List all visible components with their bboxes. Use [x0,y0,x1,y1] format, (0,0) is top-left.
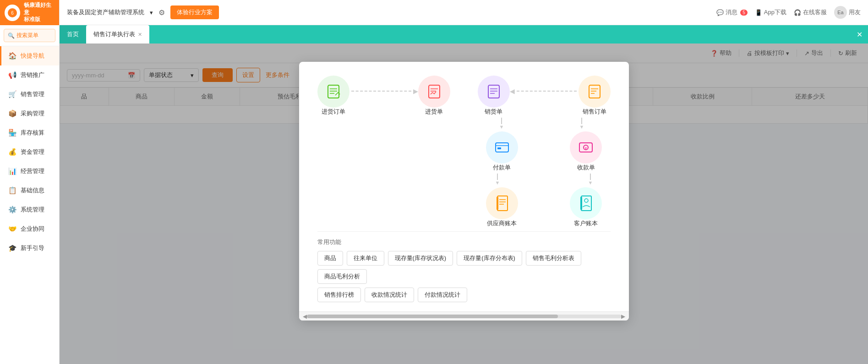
svg-rect-28 [581,196,591,211]
system-icon: ⚙️ [8,206,17,214]
online-service-button[interactable]: 🎧 在线客服 [794,8,827,16]
svg-text:6: 6 [11,11,14,16]
svg-text:¥: ¥ [584,146,587,150]
purchase-bill-label: 进货单 [425,108,443,116]
common-functions-title: 常用功能 [317,238,611,246]
purchase-order-label: 进货订单 [322,108,345,116]
sidebar-item-finance[interactable]: 💰 资金管理 [0,142,59,162]
app-download-button[interactable]: 📱 App下载 [755,8,786,16]
svg-rect-13 [589,85,600,98]
topbar-right: 💬 消息 5 📱 App下载 🎧 在线客服 Ea 用友 [716,6,861,19]
sidebar-logo: 6 畅康通好生意 标准版 [0,0,59,25]
svg-rect-24 [497,197,498,210]
system-dropdown[interactable]: ▾ [150,9,153,16]
sidebar-item-sales[interactable]: 🛒 销售管理 [0,85,59,104]
newbie-icon: 🎓 [8,244,17,252]
scrollbar-track[interactable] [307,315,621,318]
purchase-icon: 📦 [8,109,17,118]
sidebar: 6 畅康通好生意 标准版 🔍 搜索菜单 🏠 快捷导航 📢 营销推广 � [0,0,60,364]
scrollbar-thumb [307,315,558,318]
svg-rect-9 [488,85,499,98]
sales-order-label: 销售订单 [583,108,606,116]
marketing-icon: 📢 [8,71,17,79]
func-buttons-row-1: 商品 往来单位 现存量(库存状况表) 现存量(库存分布表) 销售毛利分析表 商品… [317,251,611,284]
search-icon: 🔍 [8,33,15,39]
sales-icon: 🛒 [8,90,17,98]
sidebar-item-quick-nav[interactable]: 🏠 快捷导航 [0,46,59,65]
payment-bill-icon [486,131,518,163]
svg-rect-6 [429,85,440,98]
customer-ledger-icon [570,187,602,219]
chevron-down-icon: ▾ [150,9,153,16]
avatar: Ea [834,6,847,19]
download-icon: 📱 [755,9,762,16]
func-btn-stock-dist[interactable]: 现存量(库存分布表) [457,251,522,266]
user-menu[interactable]: Ea 用友 [834,6,861,19]
supplier-ledger-label: 供应商账本 [487,219,517,228]
flow-top-section: 进货订单 ▶ [317,76,611,228]
func-btn-sales-profit[interactable]: 销售毛利分析表 [526,251,581,266]
sales-bill-label: 销货单 [485,108,502,116]
topbar: 装备及固定资产辅助管理系统 ▾ ⚙ 体验行业方案 💬 消息 5 📱 App下载 … [60,0,868,25]
finance-icon: 💰 [8,148,17,156]
tabbar-close-button[interactable]: ✕ [857,30,863,39]
sales-bill-icon [478,76,510,108]
logo-text: 畅康通好生意 标准版 [24,2,55,23]
home-icon: 🏠 [8,52,17,60]
sidebar-nav: 🏠 快捷导航 📢 营销推广 🛒 销售管理 📦 采购管理 🏪 库存核算 💰 [0,46,59,364]
func-btn-counterpart[interactable]: 往来单位 [347,251,384,266]
main-area: 装备及固定资产辅助管理系统 ▾ ⚙ 体验行业方案 💬 消息 5 📱 App下载 … [60,0,868,364]
supplier-ledger-icon [486,187,518,219]
system-title: 装备及固定资产辅助管理系统 [67,8,144,16]
modal-dialog: 进货订单 ▶ [299,62,629,321]
func-btn-receipt-stats[interactable]: 收款情况统计 [365,288,414,302]
svg-rect-23 [497,196,508,211]
logo-icon: 6 [5,5,20,21]
tab-home[interactable]: 首页 [60,25,86,43]
func-btn-product-profit[interactable]: 商品毛利分析 [317,269,367,284]
tab-close-icon[interactable]: ✕ [138,32,142,38]
scroll-right-icon[interactable]: ▶ [621,313,625,320]
svg-rect-29 [580,197,582,210]
receipt-bill-label: 收款单 [577,163,595,172]
tabbar: 首页 销售订单执行表 ✕ ✕ [60,25,868,43]
message-icon: 💬 [716,9,724,16]
tab-sales-order-exec[interactable]: 销售订单执行表 ✕ [86,25,149,43]
func-btn-sales-rank[interactable]: 销售排行榜 [317,288,361,302]
scroll-left-icon[interactable]: ◀ [303,313,307,320]
svg-point-30 [584,199,588,202]
sidebar-item-system[interactable]: ⚙️ 系统管理 [0,200,59,219]
service-icon: 🎧 [794,9,801,16]
sidebar-item-marketing[interactable]: 📢 营销推广 [0,65,59,85]
customer-ledger-label: 客户账本 [574,219,598,228]
content-area: ❓ 帮助 🖨 按模板打印 ▾ ↗ 导出 [60,43,868,364]
sidebar-item-enterprise[interactable]: 🤝 企业协同 [0,219,59,239]
sidebar-search-area: 🔍 搜索菜单 [0,25,59,46]
message-badge: 5 [740,10,748,16]
sidebar-item-inventory[interactable]: 🏪 库存核算 [0,123,59,142]
svg-rect-17 [496,143,508,152]
settings-icon[interactable]: ⚙ [158,8,165,17]
modal-overlay[interactable]: 进货订单 ▶ [60,43,868,364]
sidebar-item-purchase[interactable]: 📦 采购管理 [0,104,59,123]
purchase-order-icon [317,76,349,108]
svg-rect-2 [328,85,339,98]
sidebar-item-newbie[interactable]: 🎓 新手引导 [0,239,59,258]
sidebar-item-operations[interactable]: 📊 经营管理 [0,162,59,181]
message-button[interactable]: 💬 消息 5 [716,8,748,16]
receipt-bill-icon: ¥ [570,131,602,163]
common-functions-section: 常用功能 商品 往来单位 现存量(库存状况表) 现存量(库存分布表) 销售毛利分… [317,231,611,302]
func-btn-stock-status[interactable]: 现存量(库存状况表) [388,251,453,266]
sales-order-icon [579,76,611,108]
payment-bill-label: 付款单 [493,163,511,172]
experience-button[interactable]: 体验行业方案 [170,5,219,19]
sidebar-item-basic-info[interactable]: 📋 基础信息 [0,181,59,200]
svg-rect-19 [497,147,501,149]
operations-icon: 📊 [8,167,17,175]
inventory-icon: 🏪 [8,129,17,137]
func-btn-payment-stats[interactable]: 付款情况统计 [418,288,467,302]
modal-scrollbar: ◀ ▶ [299,311,629,321]
search-menu-button[interactable]: 🔍 搜索菜单 [4,29,55,42]
purchase-bill-icon [418,76,450,108]
func-btn-product[interactable]: 商品 [317,251,343,266]
